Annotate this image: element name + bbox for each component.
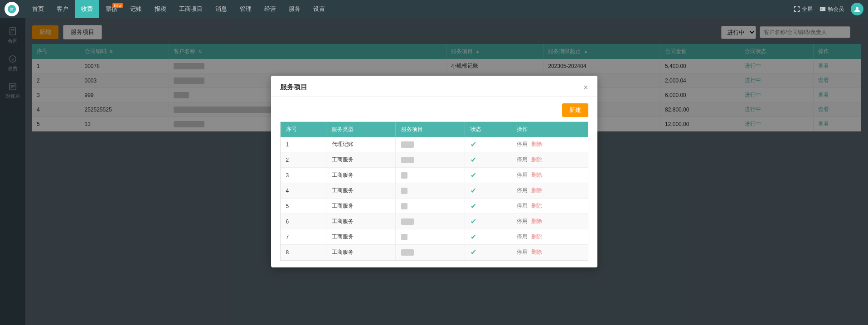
top-navigation: 财 首页 客户 收费 票据 new 记账 报税 工商项目 消息 管理 经营 服务… [0, 0, 868, 18]
status-check-icon: ✔ [470, 218, 476, 225]
user-avatar[interactable] [851, 3, 863, 15]
modal-cell-item [395, 199, 465, 214]
stop-button[interactable]: 停用 [517, 218, 528, 224]
member-btn[interactable]: 畅会员 [820, 5, 844, 13]
modal-cell-status: ✔ [465, 229, 511, 245]
modal-cell-item [395, 137, 465, 152]
nav-baoshui[interactable]: 报税 [148, 0, 173, 18]
nav-jingying[interactable]: 经营 [258, 0, 282, 18]
modal-cell-seq: 2 [281, 152, 326, 168]
modal-cell-action[interactable]: 停用 删除 [511, 245, 587, 260]
status-check-icon: ✔ [470, 248, 476, 256]
nav-shezhi[interactable]: 设置 [307, 0, 331, 18]
modal-table-row: 7 工商服务 ✔ 停用 删除 [281, 229, 588, 245]
modal-cell-item [395, 152, 465, 168]
modal-cell-type: 工商服务 [326, 183, 396, 199]
modal-cell-status: ✔ [465, 199, 511, 214]
modal-table-row: 2 工商服务 ✔ 停用 删除 [281, 152, 588, 168]
modal-cell-seq: 4 [281, 183, 326, 199]
nav-piao[interactable]: 票据 new [99, 0, 124, 18]
modal-table-row: 3 工商服务 ✔ 停用 删除 [281, 168, 588, 183]
stop-button[interactable]: 停用 [517, 156, 528, 163]
modal-cell-type: 工商服务 [326, 199, 396, 214]
modal-cell-type: 工商服务 [326, 245, 396, 260]
new-badge: new [112, 3, 123, 8]
modal-cell-seq: 3 [281, 168, 326, 183]
status-check-icon: ✔ [470, 171, 476, 179]
modal-cell-action[interactable]: 停用 删除 [511, 199, 587, 214]
modal-table-wrap[interactable]: 序号 服务类型 服务项目 状态 操作 1 代理记账 ✔ 停用 删除 2 工商服务… [280, 121, 588, 261]
modal-cell-action[interactable]: 停用 删除 [511, 152, 587, 168]
nav-xiaoxi[interactable]: 消息 [209, 0, 233, 18]
modal-cell-seq: 8 [281, 245, 326, 260]
status-check-icon: ✔ [470, 141, 476, 148]
modal-cell-item [395, 168, 465, 183]
modal-table-row: 5 工商服务 ✔ 停用 删除 [281, 199, 588, 214]
modal-col-action: 操作 [511, 122, 587, 137]
modal-cell-type: 工商服务 [326, 152, 396, 168]
modal-cell-status: ✔ [465, 214, 511, 229]
stop-button[interactable]: 停用 [517, 203, 528, 209]
modal-cell-action[interactable]: 停用 删除 [511, 229, 587, 245]
nav-jizhang[interactable]: 记账 [124, 0, 148, 18]
modal-cell-status: ✔ [465, 152, 511, 168]
nav-customer[interactable]: 客户 [50, 0, 75, 18]
nav-home[interactable]: 首页 [26, 0, 50, 18]
stop-button[interactable]: 停用 [517, 141, 528, 147]
modal-cell-action[interactable]: 停用 删除 [511, 137, 587, 152]
status-check-icon: ✔ [470, 233, 476, 241]
modal-new-button[interactable]: 新建 [562, 103, 588, 117]
modal-close-button[interactable]: × [583, 83, 588, 92]
modal-col-item: 服务项目 [395, 122, 465, 137]
modal-table-row: 1 代理记账 ✔ 停用 删除 [281, 137, 588, 152]
delete-button[interactable]: 删除 [531, 233, 542, 240]
fullscreen-btn[interactable]: 全屏 [794, 5, 813, 13]
svg-text:财: 财 [10, 7, 14, 11]
modal-title: 服务项目 [280, 83, 307, 92]
delete-button[interactable]: 删除 [531, 172, 542, 178]
svg-rect-3 [821, 8, 823, 10]
modal-cell-type: 代理记账 [326, 137, 396, 152]
stop-button[interactable]: 停用 [517, 249, 528, 255]
delete-button[interactable]: 删除 [531, 187, 542, 194]
modal-cell-status: ✔ [465, 245, 511, 260]
modal-col-seq: 序号 [281, 122, 326, 137]
modal-cell-type: 工商服务 [326, 229, 396, 245]
nav-gongshang[interactable]: 工商项目 [173, 0, 209, 18]
modal-cell-item [395, 183, 465, 199]
delete-button[interactable]: 删除 [531, 249, 542, 255]
modal-cell-status: ✔ [465, 183, 511, 199]
modal-cell-seq: 6 [281, 214, 326, 229]
delete-button[interactable]: 删除 [531, 203, 542, 209]
modal-body: 新建 序号 服务类型 服务项目 状态 操作 1 代理记账 [271, 97, 597, 267]
modal-toolbar: 新建 [280, 103, 588, 117]
stop-button[interactable]: 停用 [517, 172, 528, 178]
modal-cell-seq: 7 [281, 229, 326, 245]
nav-right-area: 全屏 畅会员 [794, 3, 863, 15]
modal-cell-item [395, 245, 465, 260]
modal-overlay[interactable]: 服务项目 × 新建 序号 服务类型 服务项目 状态 操作 [0, 18, 868, 325]
nav-guanli[interactable]: 管理 [233, 0, 258, 18]
delete-button[interactable]: 删除 [531, 141, 542, 147]
modal-cell-action[interactable]: 停用 删除 [511, 183, 587, 199]
status-check-icon: ✔ [470, 202, 476, 210]
modal-col-type: 服务类型 [326, 122, 396, 137]
nav-fuwu[interactable]: 服务 [282, 0, 307, 18]
modal-cell-type: 工商服务 [326, 214, 396, 229]
service-item-modal: 服务项目 × 新建 序号 服务类型 服务项目 状态 操作 [271, 76, 597, 267]
modal-cell-status: ✔ [465, 168, 511, 183]
delete-button[interactable]: 删除 [531, 156, 542, 163]
modal-cell-action[interactable]: 停用 删除 [511, 214, 587, 229]
nav-menu: 首页 客户 收费 票据 new 记账 报税 工商项目 消息 管理 经营 服务 设… [26, 0, 794, 18]
modal-col-status: 状态 [465, 122, 511, 137]
modal-cell-type: 工商服务 [326, 168, 396, 183]
modal-table-row: 4 工商服务 ✔ 停用 删除 [281, 183, 588, 199]
stop-button[interactable]: 停用 [517, 187, 528, 194]
modal-table-row: 8 工商服务 ✔ 停用 删除 [281, 245, 588, 260]
stop-button[interactable]: 停用 [517, 233, 528, 240]
modal-cell-item [395, 214, 465, 229]
modal-cell-seq: 5 [281, 199, 326, 214]
modal-cell-action[interactable]: 停用 删除 [511, 168, 587, 183]
delete-button[interactable]: 删除 [531, 218, 542, 224]
nav-shoufei[interactable]: 收费 [75, 0, 99, 18]
